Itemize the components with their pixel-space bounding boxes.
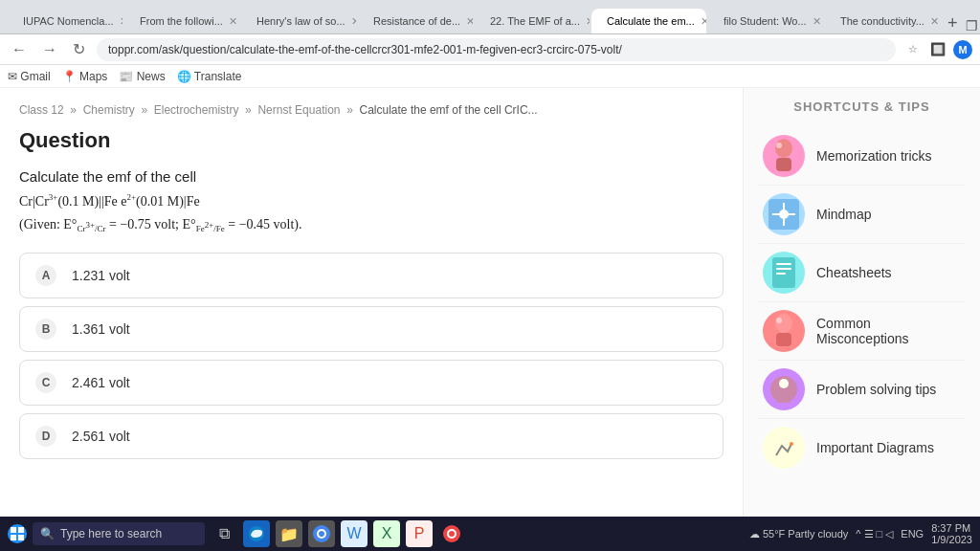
tab-5[interactable]: 22. The EMF of a... ✕ [475, 9, 590, 33]
sidebar: SHORTCUTS & TIPS Memorization tricks Min… [743, 88, 980, 551]
shortcut-avatar-diagrams [763, 427, 805, 469]
tab-close-3[interactable]: ✕ [351, 15, 356, 28]
profile-icon[interactable]: M [953, 40, 972, 59]
shortcut-label-problem-solving: Problem solving tips [816, 382, 936, 397]
tab-label-5: 22. The EMF of a... [490, 15, 580, 27]
taskbar-chrome-icon[interactable] [308, 520, 335, 547]
svg-point-13 [776, 318, 782, 323]
tab-1[interactable]: IUPAC Nomencla... ✕ [8, 9, 122, 33]
tab-close-4[interactable]: ✕ [466, 15, 473, 28]
tab-label-1: IUPAC Nomencla... [23, 15, 114, 27]
question-text: Calculate the emf of the cell [19, 168, 724, 185]
question-given: (Given: E°Cr3+/Cr = −0.75 volt; E°Fe2+/F… [19, 217, 724, 234]
main-content: Class 12 » Chemistry » Electrochemistry … [0, 88, 743, 551]
taskbar-excel-icon[interactable]: X [373, 520, 400, 547]
taskbar-icons-area: ^ ☰ □ ◁ [856, 528, 893, 540]
taskbar-word-icon[interactable]: W [341, 520, 368, 547]
tab-close-1[interactable]: ✕ [120, 15, 122, 28]
svg-rect-18 [11, 527, 16, 533]
options-list: A 1.231 volt B 1.361 volt C 2.461 volt D… [19, 253, 724, 459]
taskbar-chrome2-icon[interactable] [438, 520, 465, 547]
bookmark-translate[interactable]: 🌐 Translate [177, 70, 242, 83]
breadcrumb-nernst[interactable]: Nernst Equation [257, 103, 340, 117]
address-bar[interactable]: toppr.com/ask/question/calculate-the-emf… [97, 38, 896, 61]
bookmark-maps[interactable]: 📍 Maps [62, 70, 108, 83]
option-d-text: 2.561 volt [72, 429, 130, 444]
address-text: toppr.com/ask/question/calculate-the-emf… [108, 43, 622, 56]
svg-rect-9 [776, 268, 791, 270]
taskbar-task-view[interactable]: ⧉ [211, 520, 237, 547]
shortcut-avatar-problem-solving [763, 368, 805, 410]
option-c-letter: C [35, 372, 56, 393]
back-button[interactable]: ← [8, 39, 31, 60]
forward-button[interactable]: → [38, 39, 61, 60]
svg-rect-21 [18, 535, 24, 540]
shortcut-diagrams[interactable]: Important Diagrams [759, 419, 965, 476]
option-b-text: 1.361 volt [72, 321, 130, 337]
tab-7[interactable]: filo Student: Wo... ✕ [708, 9, 823, 33]
shortcut-label-misconceptions: Common Misconceptions [816, 316, 961, 346]
option-a[interactable]: A 1.231 volt [19, 253, 724, 298]
svg-point-28 [449, 531, 455, 537]
reload-button[interactable]: ↻ [69, 38, 89, 60]
tab-label-4: Resistance of de... [373, 15, 460, 27]
taskbar-files-icon[interactable]: 📁 [276, 520, 302, 547]
tab-bar: IUPAC Nomencla... ✕ From the followi... … [8, 0, 980, 33]
tab-3[interactable]: Henry's law of so... ✕ [241, 9, 356, 33]
tab-close-6[interactable]: ✕ [701, 15, 706, 28]
breadcrumb-electrochemistry[interactable]: Electrochemistry [154, 103, 239, 117]
tab-6[interactable]: Calculate the em... ✕ [591, 9, 706, 33]
bookmarks-bar: ✉ Gmail 📍 Maps 📰 News 🌐 Translate [0, 65, 980, 88]
svg-point-6 [779, 209, 789, 219]
tab-close-7[interactable]: ✕ [813, 15, 821, 28]
taskbar-search-text: Type here to search [60, 527, 162, 540]
bookmark-gmail[interactable]: ✉ Gmail [8, 70, 51, 83]
option-d[interactable]: D 2.561 volt [19, 413, 724, 459]
taskbar-ppt-icon[interactable]: P [406, 520, 433, 547]
tab-4[interactable]: Resistance of de... ✕ [358, 9, 473, 33]
svg-rect-19 [18, 527, 24, 533]
tab-close-8[interactable]: ✕ [930, 15, 939, 28]
shortcut-cheatsheets[interactable]: Cheatsheets [759, 244, 965, 302]
question-title: Question [19, 128, 724, 153]
shortcut-label-mindmap: Mindmap [816, 207, 872, 222]
tab-close-2[interactable]: ✕ [229, 15, 237, 28]
tab-label-7: filo Student: Wo... [724, 15, 807, 27]
option-c[interactable]: C 2.461 volt [19, 360, 724, 406]
bookmark-news[interactable]: 📰 News [119, 70, 165, 83]
taskbar-right: ☁ 55°F Partly cloudy ^ ☰ □ ◁ ENG 8:37 PM… [749, 522, 972, 545]
tab-label-6: Calculate the em... [607, 15, 695, 27]
svg-point-0 [775, 139, 792, 158]
svg-point-2 [776, 143, 782, 148]
tab-close-5[interactable]: ✕ [586, 15, 590, 28]
shortcut-problem-solving[interactable]: Problem solving tips [759, 361, 965, 419]
bookmark-star-icon[interactable]: ☆ [903, 40, 923, 59]
svg-point-17 [790, 442, 793, 446]
shortcut-mindmap[interactable]: Mindmap [759, 186, 965, 244]
shortcut-misconceptions[interactable]: Common Misconceptions [759, 302, 965, 361]
taskbar-search[interactable]: 🔍 Type here to search [33, 522, 205, 545]
shortcut-avatar-memorization [763, 135, 805, 177]
option-d-letter: D [35, 426, 56, 447]
breadcrumb-class12[interactable]: Class 12 [19, 103, 64, 117]
taskbar-weather: ☁ 55°F Partly cloudy [749, 528, 848, 540]
svg-rect-1 [776, 158, 791, 171]
breadcrumb-chemistry[interactable]: Chemistry [83, 103, 135, 117]
tab-2[interactable]: From the followi... ✕ [124, 9, 239, 33]
browser-chrome: IUPAC Nomencla... ✕ From the followi... … [0, 0, 980, 34]
shortcut-label-diagrams: Important Diagrams [816, 440, 934, 455]
page-layout: Class 12 » Chemistry » Electrochemistry … [0, 88, 980, 551]
nav-icons: ☆ 🔲 M [903, 40, 972, 59]
shortcut-memorization[interactable]: Memorization tricks [759, 127, 965, 186]
taskbar-edge-icon[interactable] [243, 520, 270, 547]
extensions-icon[interactable]: 🔲 [928, 40, 947, 59]
shortcut-avatar-misconceptions [763, 310, 805, 352]
svg-point-15 [779, 379, 789, 388]
option-b[interactable]: B 1.361 volt [19, 306, 724, 352]
restore-button[interactable]: ❐ [966, 18, 978, 33]
new-tab-button[interactable]: + [942, 13, 964, 33]
shortcut-avatar-mindmap [763, 193, 805, 235]
option-c-text: 2.461 volt [72, 375, 130, 390]
tab-8[interactable]: The conductivity... ✕ [825, 9, 940, 33]
windows-icon[interactable] [8, 524, 27, 543]
